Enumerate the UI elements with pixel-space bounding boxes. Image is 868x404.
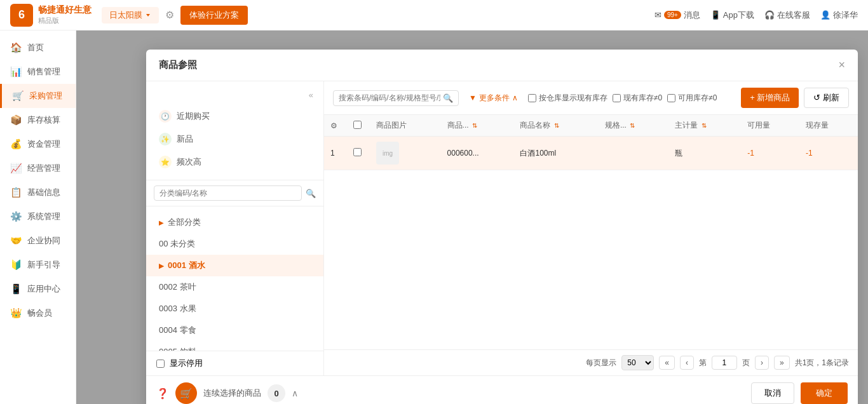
- pagination-summary: 共1页，1条记录: [795, 358, 849, 368]
- available-stock-checkbox[interactable]: [613, 94, 621, 102]
- spec-sort-icon: ⇅: [630, 122, 635, 129]
- page-size-select[interactable]: 50 100 200: [621, 355, 654, 370]
- apps-icon: 📱: [10, 283, 22, 295]
- table-row[interactable]: 1 img 000600... 白酒100ml: [324, 137, 858, 170]
- message-item[interactable]: ✉ 99+ 消息: [654, 10, 700, 21]
- col-spec-header[interactable]: 规格... ⇅: [599, 115, 669, 137]
- refresh-button[interactable]: ↺ 刷新: [804, 88, 849, 108]
- next-page-button[interactable]: ›: [755, 356, 769, 370]
- col-unit-header[interactable]: 主计量 ⇅: [668, 115, 741, 137]
- sidebar-item-member[interactable]: 👑 畅会员: [0, 301, 76, 325]
- sidebar-item-operations[interactable]: 📈 经营管理: [0, 156, 76, 180]
- online-service-label: 在线客服: [777, 10, 810, 21]
- sidebar-item-home[interactable]: 🏠 首页: [0, 36, 76, 60]
- sidebar-item-apps[interactable]: 📱 应用中心: [0, 277, 76, 301]
- product-search-input[interactable]: [339, 93, 440, 102]
- sidebar-item-sales[interactable]: 📊 销售管理: [0, 60, 76, 84]
- prev-page-button[interactable]: ‹: [680, 356, 694, 370]
- category-item-all[interactable]: ▶ 全部分类: [146, 212, 323, 233]
- category-item-snack[interactable]: 0004 零食: [146, 320, 323, 341]
- help-icon[interactable]: ❓: [156, 387, 169, 400]
- sidebar-item-inventory[interactable]: 📦 库存核算: [0, 108, 76, 132]
- chevron-up-icon[interactable]: ∧: [292, 388, 298, 398]
- category-item-fruit[interactable]: 0003 水果: [146, 298, 323, 320]
- col-image-header: 商品图片: [370, 115, 441, 137]
- enterprise-icon: 🤝: [10, 235, 22, 246]
- new-icon: ✨: [159, 133, 172, 145]
- sidebar-item-enterprise[interactable]: 🤝 企业协同: [0, 229, 76, 253]
- headset-icon: 🎧: [764, 10, 775, 20]
- finance-icon: 💰: [10, 138, 22, 150]
- category-item-drinks[interactable]: 0005 饮料: [146, 341, 323, 351]
- collapse-button[interactable]: «: [309, 90, 313, 100]
- product-search-icon[interactable]: 🔍: [443, 93, 453, 103]
- logo: 6 畅捷通好生意 精品版: [10, 4, 92, 27]
- usable-stock-label: 可用库存≠0: [678, 93, 717, 104]
- product-search-bar: 🔍: [333, 90, 459, 106]
- col-settings-header[interactable]: ⚙: [324, 115, 347, 137]
- add-product-button[interactable]: + 新增商品: [741, 88, 799, 108]
- sidebar-item-purchase[interactable]: 🛒 采购管理: [0, 84, 76, 108]
- layout: 🏠 首页 📊 销售管理 🛒 采购管理 📦 库存核算 💰 资金管理 📈 经营管理 …: [0, 30, 868, 404]
- sidebar-item-guide[interactable]: 🔰 新手引导: [0, 253, 76, 277]
- nav-selector[interactable]: 日太阳膜: [102, 7, 159, 24]
- col-name-header[interactable]: 商品名称 ⇅: [513, 115, 598, 137]
- available-stock-checkbox-group: 现有库存≠0: [613, 93, 662, 104]
- row-code: 000600...: [441, 137, 514, 170]
- col-stock-header: 现存量: [799, 115, 858, 137]
- category-label-drinks: 0005 饮料: [159, 346, 196, 351]
- sidebar-label-member: 畅会员: [27, 307, 52, 319]
- filter-icon: ▼: [469, 93, 477, 102]
- message-label: 消息: [684, 10, 700, 21]
- category-item-liquor[interactable]: ▶ 0001 酒水: [146, 255, 323, 276]
- modal-footer: ❓ 🛒 连续选择的商品 0 ∧ 取消 确定: [146, 375, 858, 404]
- category-label-snack: 0004 零食: [159, 325, 196, 336]
- category-list: ▶ 全部分类 00 未分类 ▶ 0001 酒水 0002 茶叶: [146, 206, 323, 351]
- usable-stock-checkbox[interactable]: [667, 94, 675, 102]
- category-search-icon[interactable]: 🔍: [306, 189, 316, 198]
- last-page-button[interactable]: »: [774, 356, 790, 370]
- cancel-button[interactable]: 取消: [751, 382, 794, 404]
- tab-frequent-label: 频次高: [177, 156, 201, 168]
- modal-close-button[interactable]: ×: [838, 58, 845, 72]
- sidebar-item-finance[interactable]: 💰 资金管理: [0, 132, 76, 156]
- col-check-header: [347, 115, 370, 137]
- tab-recent-purchase[interactable]: 🕐 近期购买: [146, 105, 323, 128]
- category-search-input[interactable]: [154, 185, 302, 201]
- user-item[interactable]: 👤 徐泽华: [820, 10, 858, 21]
- sidebar-label-inventory: 库存核算: [27, 114, 60, 126]
- nav-right: ✉ 99+ 消息 📱 App下载 🎧 在线客服 👤 徐泽华: [654, 10, 858, 21]
- system-icon: ⚙️: [10, 211, 22, 222]
- col-code-header[interactable]: 商品... ⇅: [441, 115, 514, 137]
- show-disabled-checkbox[interactable]: [156, 360, 165, 368]
- tab-frequent[interactable]: ⭐ 频次高: [146, 151, 323, 173]
- experience-button[interactable]: 体验行业方案: [180, 6, 248, 25]
- sidebar-label-sales: 销售管理: [27, 66, 60, 77]
- page-number-input[interactable]: [712, 356, 737, 370]
- app-download-item[interactable]: 📱 App下载: [710, 10, 754, 21]
- gear-icon[interactable]: ⚙: [165, 9, 174, 21]
- first-page-button[interactable]: «: [659, 356, 675, 370]
- confirm-button[interactable]: 确定: [801, 382, 848, 404]
- modal-title: 商品参照: [159, 59, 197, 71]
- cart-button[interactable]: 🛒: [175, 382, 197, 404]
- filter-button[interactable]: ▼ 更多条件 ∧: [464, 90, 523, 106]
- sidebar-item-basic-info[interactable]: 📋 基础信息: [0, 180, 76, 205]
- row-spec: [599, 137, 669, 170]
- tab-new-items[interactable]: ✨ 新品: [146, 128, 323, 151]
- tab-new-label: 新品: [177, 133, 193, 145]
- sidebar-item-system[interactable]: ⚙️ 系统管理: [0, 205, 76, 229]
- filter-chevron-icon: ∧: [512, 93, 518, 102]
- product-image: img: [376, 142, 399, 165]
- row-checkbox[interactable]: [353, 148, 362, 156]
- name-sort-icon: ⇅: [554, 122, 559, 129]
- stock-warehouse-checkbox[interactable]: [528, 94, 536, 102]
- category-item-uncategorized[interactable]: 00 未分类: [146, 233, 323, 255]
- filter-label: 更多条件: [479, 93, 510, 104]
- basic-info-icon: 📋: [10, 187, 22, 198]
- inventory-icon: 📦: [10, 114, 22, 126]
- online-service-item[interactable]: 🎧 在线客服: [764, 10, 810, 21]
- category-item-tea[interactable]: 0002 茶叶: [146, 276, 323, 298]
- select-all-checkbox[interactable]: [353, 121, 362, 129]
- page-label: 第: [699, 358, 707, 368]
